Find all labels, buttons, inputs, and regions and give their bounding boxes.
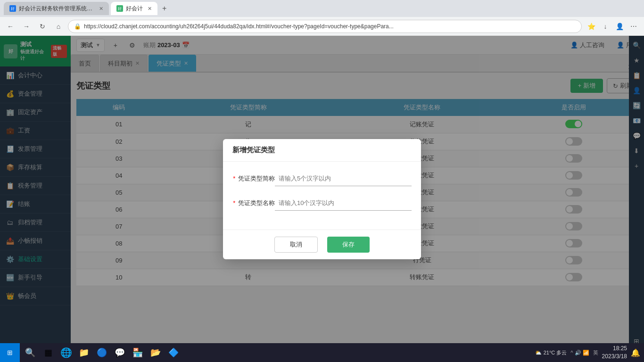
taskbar: ⊞ 🔍 ▦ 🌐 📁 🔵 💬 🏪 📂 🔷 ⛅ 21°C 多云 ^ 🔊 📶 英 18… [0, 343, 644, 362]
notification-icon[interactable]: 🔔 [631, 348, 640, 357]
modal-overlay: 新增凭证类型 * 凭证类型简称 * 凭证类型名称 取消 保存 [0, 36, 644, 362]
tab1-label: 好会计云财务软件管理系统_会计 [19, 5, 94, 13]
taskbar-time-display: 18:25 [602, 345, 627, 353]
tab2-label: 好会计 [126, 5, 143, 13]
taskbar-taskview[interactable]: ▦ [40, 344, 57, 362]
download-icon[interactable]: ↓ [599, 20, 612, 33]
name-form-row: * 凭证类型名称 [232, 196, 412, 211]
taskbar-weather: ⛅ 21°C 多云 [535, 349, 567, 356]
browser-toolbar-icons: ⭐ ↓ 👤 ⋯ [585, 20, 640, 33]
more-icon[interactable]: ⋯ [627, 20, 640, 33]
taskbar-chrome[interactable]: 🔵 [93, 344, 110, 362]
refresh-button[interactable]: ↻ [36, 20, 49, 33]
taskbar-icons: 🔍 ▦ 🌐 📁 🔵 💬 🏪 📂 🔷 [20, 344, 184, 362]
extensions-icon[interactable]: ⭐ [585, 20, 598, 33]
tab1-favicon: 好 [9, 5, 16, 12]
modal-footer: 取消 保存 [223, 230, 421, 259]
taskbar-wechat[interactable]: 💬 [111, 344, 128, 362]
new-tab-button[interactable]: + [159, 4, 169, 13]
tab1-close[interactable]: ✕ [99, 6, 103, 12]
tab2-favicon: 好 [116, 5, 123, 12]
name-input[interactable] [275, 196, 412, 211]
abbr-input[interactable] [275, 171, 412, 186]
save-button[interactable]: 保存 [327, 237, 370, 253]
taskbar-search[interactable]: 🔍 [22, 344, 39, 362]
name-label: * 凭证类型名称 [232, 199, 275, 207]
taskbar-lang: 英 [593, 349, 598, 356]
home-button[interactable]: ⌂ [52, 20, 65, 33]
taskbar-right: ⛅ 21°C 多云 ^ 🔊 📶 英 18:25 2023/3/18 🔔 [531, 345, 644, 361]
taskbar-date-display: 2023/3/18 [602, 353, 627, 361]
weather-icon: ⛅ [535, 350, 542, 356]
address-bar[interactable]: 🔒 https://cloud2.chanjet.com/accounting/… [68, 20, 582, 33]
browser-controls: ← → ↻ ⌂ 🔒 https://cloud2.chanjet.com/acc… [0, 17, 644, 36]
address-text: https://cloud2.chanjet.com/accounting/uh… [84, 23, 576, 30]
taskbar-folder2[interactable]: 📂 [147, 344, 164, 362]
weather-text: 21°C 多云 [544, 349, 567, 356]
back-button[interactable]: ← [4, 20, 17, 33]
tab2-close[interactable]: ✕ [148, 6, 152, 12]
browser-tab-2[interactable]: 好 好会计 ✕ [111, 2, 157, 15]
abbr-required-mark: * [233, 175, 235, 182]
browser-tab-bar: 好 好会计云财务软件管理系统_会计 ✕ 好 好会计 ✕ + [0, 0, 644, 17]
cancel-button[interactable]: 取消 [274, 237, 318, 253]
browser-tab-1[interactable]: 好 好会计云财务软件管理系统_会计 ✕ [4, 2, 109, 15]
taskbar-network-icons: ^ 🔊 📶 [570, 350, 589, 356]
abbr-label: * 凭证类型简称 [232, 174, 275, 183]
start-button[interactable]: ⊞ [0, 343, 20, 362]
forward-button[interactable]: → [20, 20, 33, 33]
modal-header: 新增凭证类型 [223, 139, 421, 162]
modal-body: * 凭证类型简称 * 凭证类型名称 [223, 162, 421, 230]
name-required-mark: * [233, 199, 235, 206]
modal-title: 新增凭证类型 [232, 146, 275, 154]
taskbar-explorer[interactable]: 📁 [75, 344, 92, 362]
profile-icon[interactable]: 👤 [613, 20, 626, 33]
abbr-form-row: * 凭证类型简称 [232, 171, 412, 186]
taskbar-datetime: 18:25 2023/3/18 [602, 345, 627, 361]
taskbar-edge[interactable]: 🔷 [165, 344, 182, 362]
modal-dialog: 新增凭证类型 * 凭证类型简称 * 凭证类型名称 取消 保存 [223, 139, 421, 259]
taskbar-appstore[interactable]: 🏪 [129, 344, 146, 362]
taskbar-browser[interactable]: 🌐 [58, 344, 74, 362]
